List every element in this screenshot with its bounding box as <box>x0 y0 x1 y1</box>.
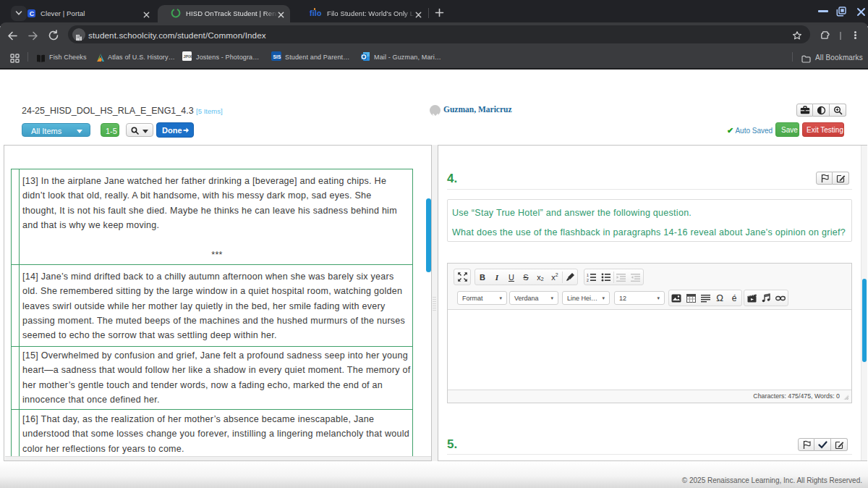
svg-text:1: 1 <box>587 273 589 277</box>
svg-text:2: 2 <box>587 278 589 282</box>
